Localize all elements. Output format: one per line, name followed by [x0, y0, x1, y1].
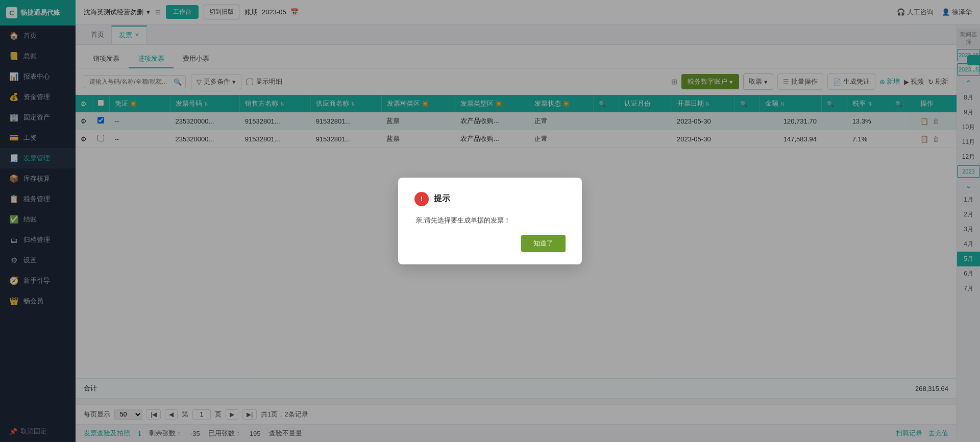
modal-confirm-button[interactable]: 知道了	[521, 235, 566, 252]
modal-dialog: ! 提示 亲,请先选择要生成单据的发票！ 知道了	[398, 178, 582, 265]
modal-footer: 知道了	[414, 235, 566, 252]
warning-icon: !	[414, 192, 429, 206]
modal-overlay: ! 提示 亲,请先选择要生成单据的发票！ 知道了	[0, 0, 980, 442]
modal-body: 亲,请先选择要生成单据的发票！	[414, 215, 566, 226]
modal-header: ! 提示	[414, 192, 566, 206]
modal-message: 亲,请先选择要生成单据的发票！	[415, 216, 510, 224]
modal-title: 提示	[434, 193, 450, 204]
